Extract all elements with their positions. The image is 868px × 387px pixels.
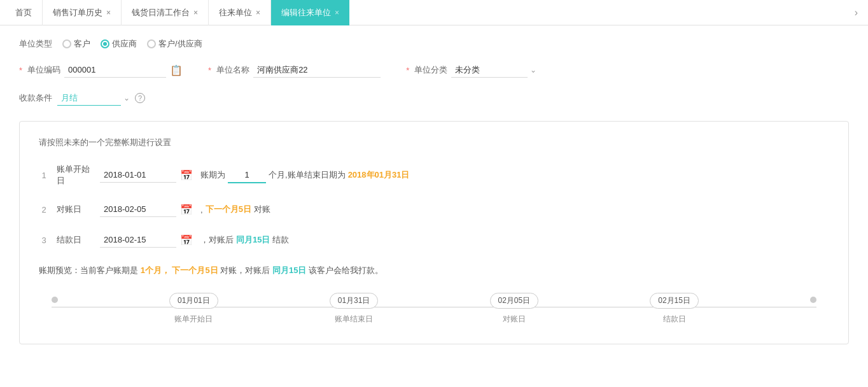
tab-close-icon[interactable]: × bbox=[256, 8, 260, 17]
row-num-2: 2 bbox=[39, 205, 49, 215]
tab-label: 编辑往来单位 bbox=[281, 7, 331, 18]
suffix-before-1: 账期为 bbox=[200, 169, 225, 181]
timeline-pill-jan01: 01月01日 bbox=[169, 293, 218, 309]
timeline-node-jan31: 01月31日 账单结束日 bbox=[330, 293, 379, 325]
highlight-end-date: 2018年01月31日 bbox=[348, 169, 410, 181]
timeline-label-jan01: 账单开始日 bbox=[174, 314, 213, 325]
radio-customer[interactable]: 客户 bbox=[62, 38, 90, 50]
suffix-3a: ，对账后 bbox=[200, 234, 234, 246]
calendar-icon-2[interactable]: 📅 bbox=[180, 204, 193, 216]
radio-supplier-circle bbox=[101, 39, 109, 48]
tab-label: 钱货日清工作台 bbox=[132, 7, 190, 18]
dot-start bbox=[52, 297, 58, 303]
unit-classify-dropdown: ⌄ bbox=[451, 62, 536, 78]
timeline-node-feb05: 02月05日 对账日 bbox=[490, 293, 539, 325]
tab-home[interactable]: 首页 bbox=[5, 0, 43, 25]
copy-icon[interactable]: 📋 bbox=[170, 64, 183, 76]
suffix-3b: 结款 bbox=[272, 234, 289, 246]
timeline-label-feb15: 结款日 bbox=[663, 314, 686, 325]
timeline-start-dot bbox=[52, 293, 58, 303]
row-suffix-3: ，对账后 同月15日 结款 bbox=[200, 234, 289, 246]
dot-end bbox=[810, 297, 816, 303]
tab-close-icon[interactable]: × bbox=[193, 8, 198, 17]
row-suffix-1: 账期为 个月,账单结束日期为 2018年01月31日 bbox=[200, 167, 409, 183]
chevron-down-icon[interactable]: ⌄ bbox=[530, 66, 536, 74]
suffix-after-1: 个月,账单结束日期为 bbox=[269, 169, 346, 181]
timeline-label-feb05: 对账日 bbox=[503, 314, 526, 325]
unit-classify-input[interactable] bbox=[451, 62, 528, 78]
calendar-icon-3[interactable]: 📅 bbox=[180, 234, 193, 246]
payment-condition-input[interactable] bbox=[57, 90, 121, 106]
field-label-3: 结款日 bbox=[57, 234, 92, 246]
unit-name-input[interactable] bbox=[253, 62, 381, 78]
timeline-wrapper: 01月01日 账单开始日 01月31日 账单结束日 02月05日 对账 bbox=[39, 293, 829, 325]
unit-code-label: 单位编码 bbox=[27, 64, 60, 76]
unit-classify-label: 单位分类 bbox=[414, 64, 447, 76]
timeline-line bbox=[52, 307, 816, 307]
chevron-down-icon[interactable]: ⌄ bbox=[123, 94, 130, 102]
unit-info-row: * 单位编码 📋 * 单位名称 * 单位分类 ⌄ bbox=[19, 62, 849, 78]
tab-more-button[interactable]: › bbox=[850, 7, 863, 18]
preview-part2: 下一个月5日 bbox=[172, 265, 218, 275]
period-settings-section: 请按照未来的一个完整帐期进行设置 1 账单开始日 📅 账期为 个月,账单结束日期… bbox=[19, 121, 849, 344]
preview-mid: 对账，对账后 bbox=[220, 265, 270, 275]
timeline-pill-feb05: 02月05日 bbox=[490, 293, 539, 309]
unit-name-label: 单位名称 bbox=[216, 64, 249, 76]
tab-sales-order-history[interactable]: 销售订单历史 × bbox=[43, 0, 122, 25]
date-input-wrapper-2: 📅 bbox=[100, 202, 193, 217]
preview-label: 账期预览：当前客户账期是 bbox=[39, 265, 138, 275]
radio-customer-circle bbox=[62, 39, 71, 48]
tab-close-icon[interactable]: × bbox=[335, 8, 339, 17]
radio-supplier[interactable]: 供应商 bbox=[101, 38, 137, 50]
unit-code-wrapper: 📋 bbox=[64, 62, 183, 78]
preview-part1: 1个月， bbox=[141, 265, 170, 275]
timeline-node-jan01: 01月01日 账单开始日 bbox=[169, 293, 218, 325]
required-star: * bbox=[19, 66, 22, 75]
unit-code-input[interactable] bbox=[64, 62, 166, 78]
payment-condition-row: 收款条件 ⌄ ? bbox=[19, 90, 849, 106]
tab-label: 往来单位 bbox=[219, 7, 252, 18]
required-star: * bbox=[208, 66, 211, 75]
field-label-1: 账单开始日 bbox=[57, 164, 92, 186]
tab-cash-work[interactable]: 钱货日清工作台 × bbox=[122, 0, 209, 25]
tab-label: 销售订单历史 bbox=[53, 7, 102, 18]
row-num-3: 3 bbox=[39, 236, 49, 245]
preview-part3: 同月15日 bbox=[272, 265, 306, 275]
tab-close-icon[interactable]: × bbox=[106, 8, 111, 17]
radio-both-circle bbox=[147, 39, 156, 48]
tab-contacts[interactable]: 往来单位 × bbox=[209, 0, 271, 25]
comma-1: , bbox=[200, 205, 203, 215]
help-icon[interactable]: ? bbox=[135, 93, 145, 103]
suffix-2: 对账 bbox=[254, 204, 270, 215]
radio-customer-label: 客户 bbox=[74, 38, 90, 50]
highlight-same-month: 同月15日 bbox=[236, 234, 270, 246]
unit-type-row: 单位类型 客户 供应商 客户/供应商 bbox=[19, 38, 849, 50]
date-input-2[interactable] bbox=[100, 202, 176, 217]
highlight-next-month: 下一个月5日 bbox=[206, 204, 251, 215]
tab-bar: 首页 销售订单历史 × 钱货日清工作台 × 往来单位 × 编辑往来单位 × › bbox=[0, 0, 868, 25]
calendar-icon-1[interactable]: 📅 bbox=[180, 169, 193, 181]
date-input-wrapper-1: 📅 bbox=[100, 167, 193, 183]
tab-edit-contacts[interactable]: 编辑往来单位 × bbox=[271, 0, 349, 25]
unit-code-field: * 单位编码 📋 bbox=[19, 62, 183, 78]
date-input-3[interactable] bbox=[100, 232, 176, 248]
unit-name-field: * 单位名称 bbox=[208, 62, 381, 78]
field-label-2: 对账日 bbox=[57, 204, 92, 215]
timeline-node-feb15: 02月15日 结款日 bbox=[650, 293, 699, 325]
date-input-1[interactable] bbox=[100, 167, 176, 183]
radio-supplier-label: 供应商 bbox=[112, 38, 137, 50]
radio-both[interactable]: 客户/供应商 bbox=[147, 38, 202, 50]
month-input[interactable] bbox=[228, 167, 266, 183]
tab-home-label: 首页 bbox=[15, 7, 32, 18]
row-suffix-2: , 下一个月5日 对账 bbox=[200, 204, 270, 215]
timeline-end-dot bbox=[810, 293, 816, 303]
preview-text: 账期预览：当前客户账期是 1个月， 下一个月5日 对账，对账后 同月15日 该客… bbox=[39, 263, 829, 278]
section-instruction: 请按照未来的一个完整帐期进行设置 bbox=[39, 137, 829, 148]
period-row-3: 3 结款日 📅 ，对账后 同月15日 结款 bbox=[39, 232, 829, 248]
timeline-pill-jan31: 01月31日 bbox=[330, 293, 379, 309]
period-row-2: 2 对账日 📅 , 下一个月5日 对账 bbox=[39, 202, 829, 217]
unit-classify-field: * 单位分类 ⌄ bbox=[406, 62, 536, 78]
preview-end: 该客户会给我打款。 bbox=[309, 265, 383, 275]
unit-type-radio-group: 客户 供应商 客户/供应商 bbox=[62, 38, 202, 50]
required-star: * bbox=[406, 66, 409, 75]
